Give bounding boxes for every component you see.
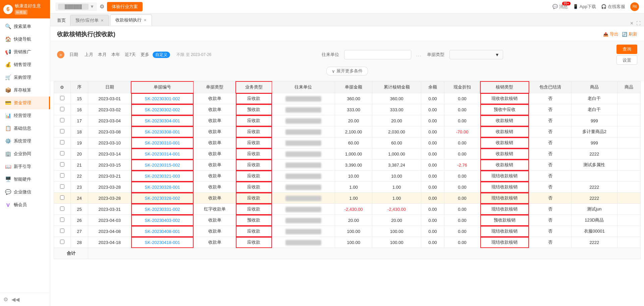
sidebar: 6 畅康道好生意 标推版 🔍 搜索菜单 🏠 快捷导航 📢 营销推广 💰 销售管理… <box>0 0 50 306</box>
query-button[interactable]: 查询 <box>616 45 637 54</box>
sidebar-item-quicknav[interactable]: 🏠 快捷导航 <box>0 33 50 46</box>
row-checkbox[interactable] <box>54 193 71 204</box>
row-checkbox[interactable] <box>54 204 71 215</box>
sidebar-item-wechat[interactable]: 💬 企业微信 <box>0 186 50 198</box>
sidebar-item-enterprise[interactable]: 🏢 企业协同 <box>0 147 50 160</box>
row-partner: ██████ <box>272 171 335 182</box>
row-doc-no[interactable]: SK-20230331-002 <box>131 204 194 215</box>
row-date: 2023-04-08 <box>88 226 131 237</box>
row-partner: ██████ <box>272 204 335 215</box>
date-this-month[interactable]: 本月 <box>97 51 108 58</box>
sidebar-item-basic[interactable]: 📋 基础信息 <box>0 122 50 135</box>
tab-expand-icon[interactable]: ⛶ <box>636 21 641 26</box>
tab-prepay[interactable]: 预付/应付单 ✕ <box>70 15 109 26</box>
partner-input[interactable] <box>344 50 411 59</box>
data-table: ⚙ 序 日期 单据编号 单据类型 业务类型 往来单位 单据金额 累计核销金额 余… <box>54 81 641 259</box>
date-7days[interactable]: 近7天 <box>123 51 137 58</box>
tab-close-all-icon[interactable]: ✕ <box>630 21 634 26</box>
col-settings[interactable]: ⚙ <box>54 81 71 93</box>
row-write-off-type: 现结收款核销 <box>480 182 529 193</box>
sidebar-item-purchase[interactable]: 🛒 采购管理 <box>0 71 50 84</box>
row-index: 16 <box>70 104 88 115</box>
refresh-button[interactable]: 🔄 刷新 <box>622 31 637 37</box>
row-write-off-type: 预收款核销 <box>480 215 529 226</box>
row-index: 23 <box>70 182 88 193</box>
row-doc-no[interactable]: SK-20230408-001 <box>131 226 194 237</box>
topbar-settings-icon[interactable]: ⚙ <box>100 3 104 10</box>
tab-collection-close[interactable]: ✕ <box>144 18 147 22</box>
row-doc-no[interactable]: SK-20230304-001 <box>131 115 194 126</box>
row-checkbox[interactable] <box>54 171 71 182</box>
row-checkbox[interactable] <box>54 237 71 248</box>
settings-gear-icon[interactable]: ⚙ <box>3 296 8 303</box>
sidebar-item-operations[interactable]: 📊 经营管理 <box>0 109 50 122</box>
row-date: 2023-03-28 <box>88 193 131 204</box>
row-date: 2023-03-28 <box>88 182 131 193</box>
app-download[interactable]: 📱 App下载 <box>573 4 596 10</box>
row-doc-no[interactable]: SK-20230315-002 <box>131 160 194 171</box>
date-range-display: 不限 至 2023-07-26 <box>176 52 211 58</box>
row-checkbox[interactable] <box>54 93 71 104</box>
export-button[interactable]: 📤 导出 <box>603 31 619 37</box>
sidebar-item-marketing[interactable]: 📢 营销推广 <box>0 46 50 58</box>
date-prev-month[interactable]: 上月 <box>83 51 95 58</box>
row-index: 28 <box>70 237 88 248</box>
expand-more-button[interactable]: ∨ 展开更多条件 <box>326 67 368 75</box>
row-goods2 <box>617 126 640 137</box>
tab-home[interactable]: 首页 <box>54 15 69 26</box>
tab-prepay-close[interactable]: ✕ <box>101 18 104 23</box>
filter-expand-button[interactable]: » <box>57 51 64 58</box>
column-settings-icon[interactable]: ⚙ <box>60 85 64 90</box>
collapse-icon[interactable]: ◀◀ <box>11 296 19 303</box>
row-amount: 1,000.00 <box>335 148 372 160</box>
row-biz-type: 预收款 <box>236 104 272 115</box>
date-more[interactable]: 更多 <box>139 51 151 58</box>
sidebar-item-search[interactable]: 🔍 搜索菜单 <box>0 20 50 33</box>
date-this-year[interactable]: 本年 <box>110 51 121 58</box>
row-checkbox[interactable] <box>54 226 71 237</box>
row-doc-no[interactable]: SK-20230308-001 <box>131 126 194 137</box>
account-name: ██████ <box>58 4 89 10</box>
row-doc-no[interactable]: SK-20230418-001 <box>131 237 194 248</box>
row-checkbox[interactable] <box>54 137 71 148</box>
row-index: 18 <box>70 126 88 137</box>
sidebar-item-hardware[interactable]: 🖥️ 智能硬件 <box>0 173 50 186</box>
row-doc-no[interactable]: SK-20230302-002 <box>131 104 194 115</box>
topbar-left: ██████ ▼ ⚙ 体验行业方案 <box>55 2 547 11</box>
message-badge[interactable]: 💬 消息 99+ <box>552 4 568 10</box>
sidebar-item-sales[interactable]: 💰 销售管理 <box>0 58 50 71</box>
row-doc-no[interactable]: SK-20230310-001 <box>131 137 194 148</box>
row-checkbox[interactable] <box>54 126 71 137</box>
row-doc-no[interactable]: SK-20230403-002 <box>131 215 194 226</box>
user-avatar[interactable]: Rit <box>630 2 639 11</box>
row-checkbox[interactable] <box>54 215 71 226</box>
solution-button[interactable]: 体验行业方案 <box>107 2 143 11</box>
sidebar-item-system[interactable]: ⚙️ 系统管理 <box>0 135 50 147</box>
row-doc-no[interactable]: SK-20230321-003 <box>131 171 194 182</box>
row-doc-no[interactable]: SK-20230328-001 <box>131 182 194 193</box>
col-doc-type: 单据类型 <box>194 81 236 93</box>
sidebar-item-finance[interactable]: 💳 资金管理 <box>0 97 50 109</box>
row-checkbox[interactable] <box>54 104 71 115</box>
row-biz-type: 应收款 <box>236 93 272 104</box>
row-checkbox[interactable] <box>54 182 71 193</box>
sidebar-item-member[interactable]: V 畅会员 <box>0 198 50 211</box>
row-checkbox[interactable] <box>54 115 71 126</box>
row-date: 2023-03-01 <box>88 93 131 104</box>
sidebar-item-guide[interactable]: 📖 新手引导 <box>0 160 50 173</box>
row-doc-no[interactable]: SK-20230301-002 <box>131 93 194 104</box>
system-icon: ⚙️ <box>5 138 11 144</box>
filter-settings-button[interactable]: 设置 <box>616 55 637 65</box>
row-checkbox[interactable] <box>54 148 71 160</box>
row-write-off-type: 收款核销 <box>480 126 529 137</box>
online-service[interactable]: 🎧 在线客服 <box>601 4 625 10</box>
account-dropdown[interactable]: ██████ ▼ <box>55 2 97 11</box>
date-custom[interactable]: 自定义 <box>153 52 170 58</box>
row-checkbox[interactable] <box>54 160 71 171</box>
row-goods: 老白干 <box>571 104 617 115</box>
row-doc-no[interactable]: SK-20230314-001 <box>131 148 194 160</box>
row-doc-no[interactable]: SK-20230328-002 <box>131 193 194 204</box>
sidebar-item-inventory[interactable]: 📦 库存核算 <box>0 84 50 97</box>
doc-type-select[interactable]: ▼ <box>449 50 503 59</box>
tab-collection[interactable]: 收款核销执行 ✕ <box>110 14 152 26</box>
